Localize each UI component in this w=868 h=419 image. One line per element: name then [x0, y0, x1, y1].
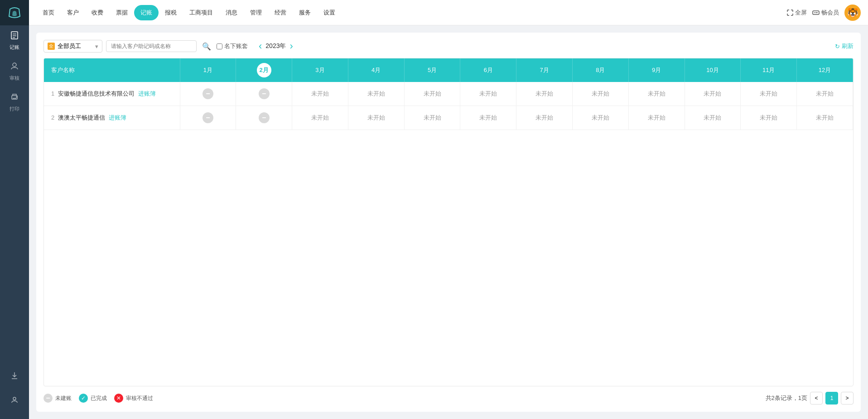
legend-dot-teal: ✓ — [79, 394, 88, 403]
vip-label: 畅会员 — [821, 9, 839, 17]
table-cell-m1: − — [180, 82, 236, 106]
search-icon: 🔍 — [202, 43, 211, 50]
nav-message[interactable]: 消息 — [219, 5, 244, 20]
refresh-label: 刷新 — [842, 42, 854, 50]
table-cell-m6: 未开始 — [460, 82, 516, 106]
page-prev-button[interactable]: < — [810, 392, 823, 405]
not-started-text: 未开始 — [479, 90, 497, 97]
nav-operation[interactable]: 经营 — [268, 5, 293, 20]
legend-label-done: 已完成 — [91, 395, 107, 402]
row-index: 2 — [51, 114, 54, 121]
refresh-button[interactable]: ↻ 刷新 — [835, 42, 854, 50]
status-dash-icon: − — [259, 112, 270, 123]
col-m6: 6月 — [460, 58, 516, 82]
not-started-text: 未开始 — [816, 90, 834, 97]
sidebar-bottom — [0, 366, 29, 419]
nav-settings[interactable]: 设置 — [317, 5, 342, 20]
sidebar-item-label: 打印 — [10, 106, 19, 112]
table-cell-m11: 未开始 — [741, 82, 797, 106]
nav-customer[interactable]: 客户 — [61, 5, 85, 20]
not-started-text: 未开始 — [704, 90, 721, 97]
table-cell-m4: 未开始 — [348, 106, 404, 130]
sidebar: 记账 审核 打印 — [0, 0, 29, 419]
fullscreen-button[interactable]: 全屏 — [787, 9, 807, 17]
total-records: 共2条记录，1页 — [766, 394, 807, 402]
underaccount-checkbox[interactable] — [217, 43, 222, 49]
nav-fees[interactable]: 收费 — [85, 5, 110, 20]
next-icon: › — [289, 40, 293, 52]
topnav-right: 全屏 畅会员 🐯 — [787, 5, 861, 21]
svg-point-8 — [13, 397, 16, 400]
table-cell-m12: 未开始 — [797, 82, 853, 106]
employee-icon: 全 — [48, 43, 55, 50]
avatar[interactable]: 🐯 — [844, 5, 861, 21]
print-icon — [10, 92, 19, 104]
status-dash-icon: − — [259, 88, 270, 99]
employee-select[interactable]: 全 全部员工 ▾ — [43, 40, 102, 53]
not-started-text: 未开始 — [704, 114, 721, 121]
not-started-text: 未开始 — [648, 114, 665, 121]
col-m2: 2月 — [236, 58, 292, 82]
page-next-button[interactable]: > — [841, 392, 854, 405]
table-cell-m3: 未开始 — [292, 106, 348, 130]
sidebar-item-download[interactable] — [0, 366, 29, 388]
nav-service[interactable]: 服务 — [293, 5, 317, 20]
book-icon — [10, 31, 19, 42]
not-started-text: 未开始 — [592, 114, 609, 121]
legend-label-not-started: 未建账 — [55, 395, 72, 402]
checkbox-text: 名下账套 — [224, 42, 248, 50]
pagination: 共2条记录，1页 < 1 > — [766, 392, 854, 405]
year-display: 2023年 — [265, 42, 286, 50]
table-cell-m3: 未开始 — [292, 82, 348, 106]
sidebar-item-bookkeeping[interactable]: 记账 — [0, 25, 29, 56]
col-m11: 11月 — [741, 58, 797, 82]
svg-point-6 — [16, 96, 17, 97]
not-started-text: 未开始 — [311, 90, 329, 97]
table-cell-m5: 未开始 — [404, 106, 460, 130]
enter-ledger-link[interactable]: 进账簿 — [109, 114, 126, 121]
user2-icon — [10, 395, 19, 406]
sidebar-item-review[interactable]: 审核 — [0, 56, 29, 87]
table-wrapper: 客户名称 1月 2月 3月 4月 5月 6月 7月 8月 9月 — [43, 58, 854, 386]
table-cell-m12: 未开始 — [797, 106, 853, 130]
vip-button[interactable]: 畅会员 — [812, 9, 839, 17]
not-started-text: 未开始 — [535, 90, 553, 97]
year-prev-button[interactable]: ‹ — [259, 40, 262, 52]
legend-rejected: ✕ 审核不通过 — [114, 394, 153, 403]
col-m4: 4月 — [348, 58, 404, 82]
nav-tax[interactable]: 报税 — [159, 5, 183, 20]
search-input[interactable] — [106, 40, 197, 52]
not-started-text: 未开始 — [367, 90, 385, 97]
table-cell-m10: 未开始 — [685, 82, 741, 106]
nav-home[interactable]: 首页 — [36, 5, 61, 20]
legend-done: ✓ 已完成 — [79, 394, 107, 403]
nav-business[interactable]: 工商项目 — [183, 5, 219, 20]
nav-manage[interactable]: 管理 — [244, 5, 268, 20]
table-cell-m2: − — [236, 106, 292, 130]
sidebar-logo[interactable] — [0, 0, 29, 25]
year-next-button[interactable]: › — [289, 40, 293, 52]
sidebar-item-print[interactable]: 打印 — [0, 87, 29, 118]
page-1-button[interactable]: 1 — [825, 392, 838, 405]
not-started-text: 未开始 — [535, 114, 553, 121]
table-footer: − 未建账 ✓ 已完成 ✕ 审核不通过 共2条记录，1 — [43, 392, 854, 405]
fullscreen-label: 全屏 — [795, 9, 807, 17]
svg-point-4 — [13, 63, 16, 67]
avatar-emoji: 🐯 — [847, 7, 858, 18]
checkbox-label[interactable]: 名下账套 — [217, 42, 248, 50]
prev-icon: ‹ — [259, 40, 262, 52]
table-cell-m2: − — [236, 82, 292, 106]
active-month-circle: 2月 — [257, 63, 271, 77]
search-button[interactable]: 🔍 — [200, 40, 213, 53]
not-started-text: 未开始 — [424, 90, 441, 97]
nav-bookkeeping[interactable]: 记账 — [134, 5, 159, 20]
enter-ledger-link[interactable]: 进账簿 — [138, 90, 156, 97]
sidebar-item-user2[interactable] — [0, 390, 29, 412]
table-cell-m4: 未开始 — [348, 82, 404, 106]
content-card: 全 全部员工 ▾ 🔍 名下账套 ‹ 2023年 — [36, 33, 861, 412]
nav-invoice[interactable]: 票据 — [110, 5, 134, 20]
table-cell-m10: 未开始 — [685, 106, 741, 130]
employee-label: 全部员工 — [58, 42, 81, 50]
topnav: 首页 客户 收费 票据 记账 报税 工商项目 消息 管理 经营 服务 设置 全屏… — [29, 0, 868, 25]
toolbar: 全 全部员工 ▾ 🔍 名下账套 ‹ 2023年 — [43, 40, 854, 53]
